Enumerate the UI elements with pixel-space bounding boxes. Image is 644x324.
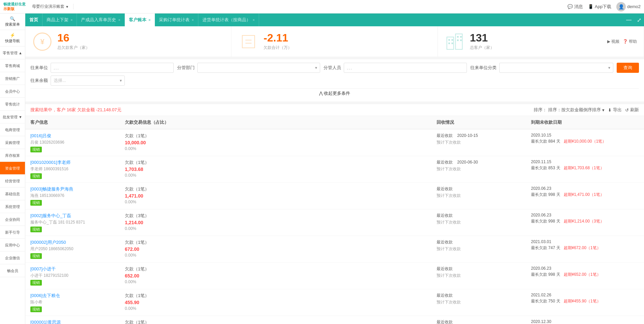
sidebar-item-operations[interactable]: 经营管理 [0, 175, 25, 187]
sidebar-item-ecommerce[interactable]: 电商管理 [0, 123, 25, 136]
tab-purchase-stats-by-product[interactable]: 进货单统计表（按商品） × [198, 13, 259, 26]
close-icon[interactable]: × [253, 18, 255, 22]
query-button[interactable]: 查询 [617, 63, 639, 73]
customer-name[interactable]: [000002]用户2050 [30, 239, 125, 245]
person-input[interactable]: ... [344, 63, 467, 73]
sidebar-item-finance[interactable]: 资金管理 [0, 162, 25, 175]
export-button[interactable]: ⬇ 导出 [608, 107, 622, 113]
customer-name[interactable]: [0003]畅捷服务尹海燕 [30, 186, 125, 192]
customer-name[interactable]: [0007]小进干 [30, 266, 125, 272]
sidebar-item-retail-stats[interactable]: 零售统计 [0, 98, 25, 111]
person-filter: 分管人员 ... [324, 63, 467, 73]
debt-amount[interactable]: 10,000.00 [125, 140, 437, 145]
help-button[interactable]: ❓ 帮助 [623, 39, 637, 45]
customer-name[interactable]: [0016]吕俊 [30, 133, 125, 139]
unit-category-select[interactable]: ▾ [499, 63, 614, 73]
sidebar-item-app-center[interactable]: 应用中心 [0, 239, 25, 252]
svg-rect-6 [457, 36, 459, 38]
due-date: 2020.11.15 [531, 159, 639, 164]
sidebar-item-inventory[interactable]: 库存核算 [0, 149, 25, 162]
debt-info: 欠款（1笔） 10,000.00 0.00% [125, 133, 437, 152]
tab-customer-ledger[interactable]: 客户账本 × [125, 13, 155, 26]
overdue-amount[interactable]: 超期¥455.90（1笔） [564, 299, 601, 303]
sidebar-item-marketing[interactable]: 营销推广 [0, 72, 25, 85]
company-selector[interactable]: 母婴行业演示账套 ▾ [29, 4, 74, 9]
close-icon[interactable]: × [71, 18, 73, 22]
filter-area: 往来单位 ... 分管部门 ▾ [25, 59, 644, 101]
quick-nav-button[interactable]: ⚡ 快捷导航 [0, 30, 25, 47]
video-icon: ▶ [607, 39, 610, 44]
customer-name[interactable]: [0001020001]李老师 [30, 159, 125, 166]
tab-product-listing-label: 商品上下架 [47, 17, 68, 23]
customer-name[interactable]: [000001]黄思源 [30, 319, 125, 324]
debt-amount[interactable]: 1,471.00 [125, 193, 437, 199]
chevron-down-icon: ▾ [120, 78, 122, 83]
col-header-customer: 客户信息 [30, 119, 125, 125]
app-download-button[interactable]: 📱 App下载 [588, 4, 611, 10]
user-profile[interactable]: 👤 demo2 [616, 2, 641, 11]
customer-name[interactable]: [0002]服务中心_丁磊 [30, 213, 125, 219]
close-icon[interactable]: × [148, 18, 150, 22]
balance-select[interactable]: 选择... ▾ [51, 76, 125, 86]
due-date: 2020.12.30 [531, 319, 639, 324]
tab-bar: 首页 商品上下架 × 产成品入库单历史 × 客户账本 × 采购订单统计表 × [25, 13, 644, 26]
sidebar-item-newbie-guide[interactable]: 新手引导 [0, 226, 25, 239]
close-icon[interactable]: × [192, 18, 194, 22]
recovery-date: 最近收款 [437, 213, 531, 218]
overdue-amount[interactable]: 超期¥1,703.68（1笔） [564, 166, 604, 170]
debt-count: 欠款（1笔） [125, 133, 437, 139]
col-header-recovery: 回收情况 [437, 119, 531, 125]
message-button[interactable]: 💬 消息 [567, 4, 583, 10]
maximize-button[interactable]: ⤢ [634, 17, 644, 23]
debt-amount-number: -2.11 [263, 32, 292, 43]
sidebar-item-enterprise-collab[interactable]: 企业协同 [0, 213, 25, 226]
sidebar-item-basic-info[interactable]: 基础信息 [0, 187, 25, 200]
due-date: 2020.06.23 [531, 266, 639, 271]
debt-info: 欠款（1笔） 1,471.00 0.00% [125, 186, 437, 206]
app-container: 畅捷通好生意 示新版 母婴行业演示账套 ▾ 💬 消息 📱 App下载 👤 dem… [0, 0, 644, 324]
due-info: 2020.10.15 最长欠款 884 天 超期¥10,000.00（1笔） [531, 133, 639, 152]
overdue-amount[interactable]: 超期¥652.00（1笔） [564, 272, 601, 277]
overdue-amount[interactable]: 超期¥1,471.00（1笔） [564, 192, 604, 197]
debt-amount[interactable]: 652.00 [125, 273, 437, 278]
sidebar-item-retail-mall[interactable]: 零售商城 [0, 59, 25, 72]
due-date: 2021.02.26 [531, 293, 639, 297]
search-menu-button[interactable]: 🔍 搜索菜单 [0, 13, 25, 30]
refresh-button[interactable]: ↺ 刷新 [625, 107, 639, 113]
recovery-next: 预计下次收款 [437, 193, 531, 199]
yuan-icon: ¥ [32, 31, 52, 52]
tab-product-history[interactable]: 产成品入库单历史 × [77, 13, 124, 26]
tab-home[interactable]: 首页 [25, 13, 43, 26]
sidebar-item-retail-mgmt[interactable]: 零售管理 ▲ [0, 47, 25, 59]
sidebar-item-purchase-mgmt[interactable]: 采购管理 [0, 136, 25, 149]
debt-amount[interactable]: 455.90 [125, 300, 437, 305]
video-button[interactable]: ▶ 视频 [607, 39, 619, 45]
sidebar-item-wholesale-mgmt[interactable]: 批发管理 ▼ [0, 111, 25, 123]
dept-select[interactable]: ▾ [197, 63, 320, 73]
table-row: [000002]用户2050 用户2050 18665062050 现销 欠款（… [25, 236, 644, 263]
overdue-amount[interactable]: 超期¥10,000.00（1笔） [564, 139, 607, 144]
overdue-amount[interactable]: 超期¥672.00（1笔） [564, 245, 601, 250]
debt-amount[interactable]: 1,214.00 [125, 220, 437, 225]
close-icon[interactable]: × [118, 18, 120, 22]
sidebar-item-system-mgmt[interactable]: 系统管理 [0, 200, 25, 213]
balance-label: 往来余额 [30, 78, 48, 84]
overdue-amount[interactable]: 超期¥1,214.00（3笔） [564, 219, 604, 224]
collapse-icon: ⋀ [319, 91, 324, 96]
sort-selector[interactable]: 排序： 排序：按欠款金额倒序排序 ▾ [534, 107, 605, 113]
collapse-filter-button[interactable]: ⋀ 收起更多条件 [30, 88, 639, 98]
tab-product-listing[interactable]: 商品上下架 × [43, 13, 77, 26]
sidebar-item-enterprise-wechat[interactable]: 企业微信 [0, 252, 25, 264]
debt-amount[interactable]: 672.00 [125, 246, 437, 252]
sidebar-item-member-center[interactable]: 会员中心 [0, 85, 25, 98]
table-row: [0001020001]李老师 李老师 18600391516 现销 欠款（1笔… [25, 156, 644, 183]
minimize-button[interactable]: — [623, 17, 634, 23]
from-unit-input[interactable]: ... [51, 63, 174, 73]
debt-amount[interactable]: 1,703.68 [125, 167, 437, 172]
due-info: 2020.06.23 最长欠款 998 天 超期¥1,471.00（1笔） [531, 186, 639, 206]
stat-total-customers: 131 总客户（家） ▶ 视频 ❓ 帮助 [438, 26, 644, 57]
sidebar-item-changhui[interactable]: 畅会员 [0, 264, 25, 277]
tab-purchase-order-stats[interactable]: 采购订单统计表 × [155, 13, 198, 26]
customer-name[interactable]: [0006]去下粮仓 [30, 293, 125, 299]
data-table: 客户信息 欠款交易信息（占比） 回收情况 到期未收款日期 [0016]吕俊 吕俊… [25, 116, 644, 324]
